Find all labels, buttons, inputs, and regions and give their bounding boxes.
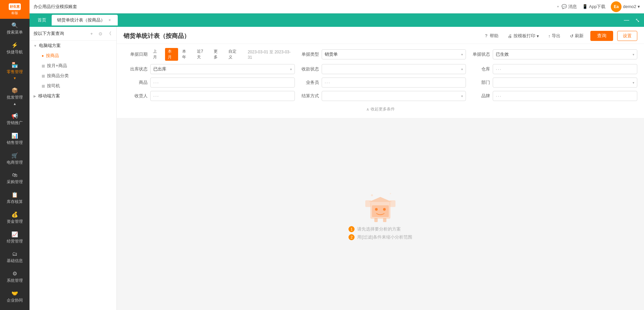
sidebar-item-wholesale[interactable]: 📦 批发管理 ▴ <box>0 84 30 109</box>
tree-arrow-pc: ▼ <box>34 44 37 48</box>
sidebar-item-guide[interactable]: 🎯 新手引导 <box>0 307 30 310</box>
svg-rect-3 <box>389 200 395 207</box>
receiver-filter-cell: 收货人 ··· <box>123 91 295 101</box>
print-button[interactable]: 🖨 按模板打印 ▾ <box>505 32 542 40</box>
department-chevron-icon: ▾ <box>633 81 634 85</box>
doc-type-filter-cell: 单据类型 销货单 ▾ <box>295 49 466 59</box>
warehouse-filter-cell: 仓库 ··· <box>466 64 637 74</box>
brand-label: 品牌 <box>466 93 493 99</box>
date-range-display: 2023-03-01 至 2023-03-31 <box>248 49 294 60</box>
product-scheme-label: 按商品 <box>46 53 59 59</box>
svg-point-9 <box>390 193 391 194</box>
date-tab-this-year[interactable]: 本年 <box>179 48 193 61</box>
empty-illustration <box>360 189 400 222</box>
tree-subitem-by-cashier[interactable]: ▦ 按司机 <box>30 81 116 91</box>
collapse-conditions-button[interactable]: ∧ 收起更多条件 <box>123 104 637 114</box>
date-tab-this-month[interactable]: 本月 <box>165 48 178 61</box>
left-panel: 按以下方案查询 + ⊙ 《 ▼ 电脑端方案 ● 按商品 ▦ 按月+商品 <box>30 27 117 310</box>
filter-row-2: 出库状态 已出库 ▾ 收款状态 ▾ 仓库 <box>123 64 637 74</box>
hint-num-1: 1 <box>348 226 355 232</box>
app-download-label: App下载 <box>589 4 605 10</box>
tree-subitem-by-category[interactable]: ▦ 按商品分类 <box>30 71 116 81</box>
doc-type-select[interactable]: 销货单 ▾ <box>322 49 466 59</box>
sidebar-item-search[interactable]: 🔍 搜索菜单 <box>0 19 30 39</box>
product-scheme-icon: ● <box>42 54 44 58</box>
app-download-action[interactable]: 📱 App下载 <box>582 4 605 10</box>
date-tab-more[interactable]: 更多 <box>211 48 224 61</box>
ecommerce-icon: 🛒 <box>11 152 18 159</box>
tree-label-mobile: 移动端方案 <box>38 93 60 99</box>
sidebar-item-inventory[interactable]: 📋 库存核算 <box>0 188 30 208</box>
logo-icon: 好生意 <box>9 3 21 10</box>
message-action[interactable]: 💬 消息 <box>561 4 577 10</box>
product-input-wrap: ··· <box>150 78 295 88</box>
receiver-input[interactable]: ··· <box>150 91 295 101</box>
query-button[interactable]: 查询 <box>590 31 613 41</box>
brand-input[interactable]: ··· <box>493 91 637 101</box>
warehouse-input[interactable]: ··· <box>493 64 637 74</box>
settlement-label: 结算方式 <box>295 93 322 99</box>
doc-status-value: 已生效 <box>496 51 509 57</box>
doc-status-label: 单据状态 <box>466 51 493 57</box>
sidebar-item-sales[interactable]: 📊 销售管理 <box>0 129 30 149</box>
payment-status-select[interactable]: ▾ <box>322 64 466 74</box>
salesperson-input[interactable]: ··· <box>322 78 466 88</box>
retail-icon: 🏪 <box>11 62 18 68</box>
help-button[interactable]: ？ 帮助 <box>481 32 501 40</box>
tab-home[interactable]: 首页 <box>32 15 52 25</box>
collapse-panel-button[interactable]: 《 <box>106 30 112 37</box>
sidebar-item-quicknav[interactable]: ⚡ 快捷导航 <box>0 39 30 58</box>
settlement-select[interactable]: ▾ <box>322 91 466 101</box>
category-label: 按商品分类 <box>47 73 69 79</box>
sidebar-item-ecommerce[interactable]: 🛒 电商管理 <box>0 149 30 169</box>
tab-sales-stats[interactable]: 销货单统计表（按商品） × <box>52 15 118 25</box>
add-scheme-button[interactable]: + <box>88 30 95 37</box>
settings-button[interactable]: 设置 <box>617 31 637 41</box>
tree-subitem-by-product[interactable]: ● 按商品 <box>30 51 116 61</box>
tree-subitem-by-month-product[interactable]: ▦ 按月+商品 <box>30 61 116 71</box>
salesperson-label: 业务员 <box>295 80 322 86</box>
sidebar-item-finance[interactable]: 💰 资金管理 <box>0 208 30 228</box>
warehouse-input-wrap: ··· <box>493 64 637 74</box>
tab-maximize-button[interactable]: ⤡ <box>633 16 641 24</box>
content-area: 按以下方案查询 + ⊙ 《 ▼ 电脑端方案 ● 按商品 ▦ 按月+商品 <box>30 27 644 310</box>
sidebar-item-operations[interactable]: 📈 经营管理 <box>0 228 30 248</box>
filter-row-3: 商品 ··· 业务员 ··· <box>123 78 637 88</box>
industry-chevron[interactable]: ▾ <box>557 5 559 8</box>
tab-home-label: 首页 <box>38 17 46 23</box>
sidebar-item-base[interactable]: 🗂 基础信息 <box>0 248 30 267</box>
out-status-value: 已出库 <box>153 66 166 72</box>
settings-scheme-button[interactable]: ⊙ <box>97 30 104 37</box>
sidebar-item-retail[interactable]: 🏪 零售管理 ▾ <box>0 58 30 84</box>
sidebar-item-enterprise[interactable]: 🤝 企业协同 <box>0 287 30 307</box>
brand-input-wrap: ··· <box>493 91 637 101</box>
tree-label-pc: 电脑端方案 <box>39 43 61 49</box>
export-icon: ↑ <box>548 34 551 39</box>
sidebar-item-marketing[interactable]: 📢 营销推广 <box>0 109 30 129</box>
date-tab-custom[interactable]: 自定义 <box>226 48 243 61</box>
page-title: 销货单统计表（按商品） <box>123 32 481 40</box>
user-action[interactable]: Ea demo2 ▾ <box>611 1 640 12</box>
doc-status-select[interactable]: 已生效 ▾ <box>493 49 637 59</box>
tab-minimize-button[interactable]: — <box>623 16 631 24</box>
quicknav-icon: ⚡ <box>11 42 18 48</box>
tab-close-icon[interactable]: × <box>107 17 112 23</box>
tree-item-pc[interactable]: ▼ 电脑端方案 <box>30 41 116 51</box>
product-input[interactable]: ··· <box>150 78 295 88</box>
export-button[interactable]: ↑ 导出 <box>546 32 564 40</box>
department-filter-cell: 部门 ▾ <box>466 78 637 88</box>
topbar-actions: 💬 消息 📱 App下载 Ea demo2 ▾ <box>561 1 640 12</box>
message-icon: 💬 <box>561 4 567 9</box>
date-tab-prev-month[interactable]: 上月 <box>150 48 164 61</box>
refresh-button[interactable]: ↺ 刷新 <box>567 32 586 40</box>
receiver-input-wrap: ··· <box>150 91 295 101</box>
sidebar-item-purchase[interactable]: 🛍 采购管理 <box>0 169 30 188</box>
sidebar-item-system[interactable]: ⚙ 系统管理 <box>0 267 30 287</box>
collapse-icon: ∧ <box>366 107 369 112</box>
date-tab-7days[interactable]: 近7天 <box>194 48 210 61</box>
tree-item-mobile[interactable]: ▶ 移动端方案 <box>30 91 116 101</box>
hint-1: 1 请先选择要分析的方案 <box>348 226 412 232</box>
department-select[interactable]: ▾ <box>493 78 637 88</box>
cashier-icon: ▦ <box>42 84 45 88</box>
out-status-select[interactable]: 已出库 ▾ <box>150 64 295 74</box>
